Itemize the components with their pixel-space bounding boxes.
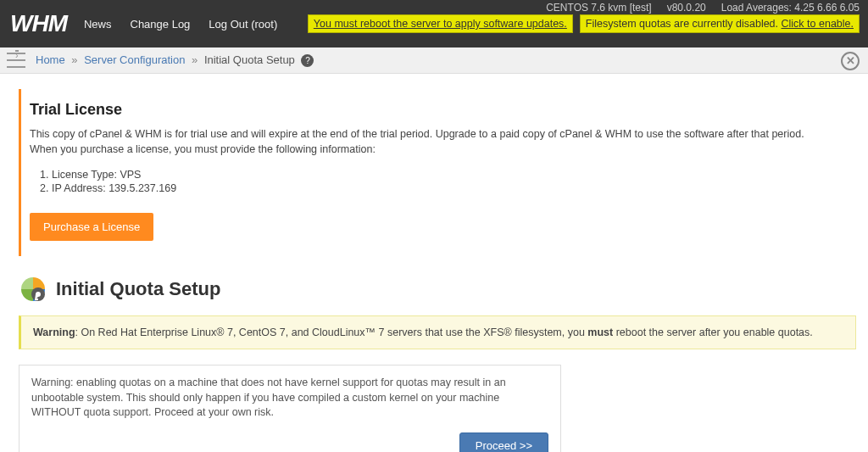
- page-title-row: Initial Quota Setup: [19, 275, 856, 304]
- logo[interactable]: WHM: [8, 10, 77, 37]
- nav-news[interactable]: News: [84, 18, 112, 31]
- version-label: v80.0.20: [667, 2, 706, 14]
- reboot-alert[interactable]: You must reboot the server to apply soft…: [308, 14, 573, 33]
- kernel-warning-text: Warning: enabling quotas on a machine th…: [31, 376, 548, 421]
- quota-icon: [19, 275, 47, 304]
- page-title: Initial Quota Setup: [56, 278, 220, 300]
- crumb-current: Initial Quota Setup: [204, 53, 295, 66]
- license-title: Trial License: [30, 101, 848, 119]
- menu-toggle-icon[interactable]: ›: [7, 53, 25, 68]
- server-status-bar: CENTOS 7.6 kvm [test] v80.0.20 Load Aver…: [546, 2, 860, 14]
- nav-links: News Change Log Log Out (root): [84, 18, 277, 31]
- proceed-button[interactable]: Proceed >>: [459, 432, 548, 453]
- breadcrumb-row: › Home » Server Configuration » Initial …: [0, 47, 868, 74]
- help-icon[interactable]: ?: [301, 54, 314, 67]
- crumb-sep: »: [192, 53, 198, 66]
- close-icon[interactable]: ✕: [841, 52, 860, 70]
- license-info-list: License Type: VPS IP Address: 139.5.237.…: [52, 169, 848, 194]
- purchase-license-button[interactable]: Purchase a License: [30, 213, 153, 241]
- alert-bar: You must reboot the server to apply soft…: [308, 14, 860, 33]
- os-label: CENTOS 7.6 kvm [test]: [546, 2, 651, 14]
- license-type: License Type: VPS: [52, 169, 848, 181]
- trial-license-panel: Trial License This copy of cPanel & WHM …: [19, 89, 856, 256]
- warning-label: Warning: [33, 326, 75, 338]
- crumb-section[interactable]: Server Configuration: [84, 53, 185, 66]
- crumb-home[interactable]: Home: [36, 53, 65, 66]
- quota-alert[interactable]: Filesystem quotas are currently disabled…: [580, 14, 860, 33]
- nav-logout[interactable]: Log Out (root): [209, 18, 277, 31]
- nav-changelog[interactable]: Change Log: [131, 18, 191, 31]
- load-averages: Load Averages: 4.25 6.66 6.05: [721, 2, 860, 14]
- license-body: This copy of cPanel & WHM is for trial u…: [30, 127, 848, 157]
- logo-text: WHM: [10, 10, 67, 37]
- kernel-warning-box: Warning: enabling quotas on a machine th…: [19, 365, 561, 452]
- crumb-sep: »: [71, 53, 77, 66]
- license-ip: IP Address: 139.5.237.169: [52, 182, 848, 194]
- xfs-warning: Warning: On Red Hat Enterprise Linux® 7,…: [19, 315, 856, 349]
- breadcrumb: Home » Server Configuration » Initial Qu…: [36, 53, 314, 67]
- main-content: Trial License This copy of cPanel & WHM …: [0, 89, 868, 452]
